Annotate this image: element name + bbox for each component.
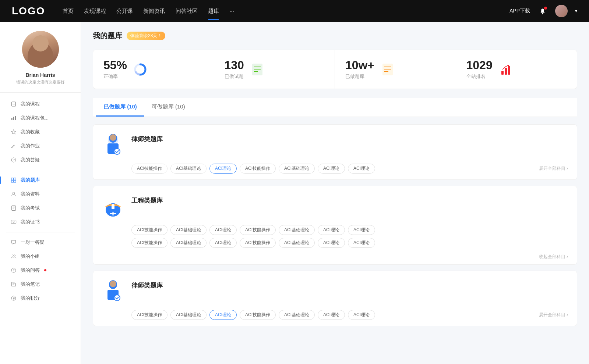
lawyer1-expand-btn[interactable]: 展开全部科目 › (539, 165, 568, 172)
sidebar-item-profile[interactable]: 我的资料 (0, 187, 81, 201)
lawyer-card-1-title: 律师类题库 (131, 132, 163, 143)
svg-rect-40 (501, 71, 504, 75)
user-avatar[interactable] (555, 5, 568, 17)
tag-eng-2-2[interactable]: ACI基础理论 (170, 238, 207, 248)
tag-lawyer1-3[interactable]: ACI理论 (209, 164, 237, 174)
svg-text:?: ? (13, 268, 15, 272)
tag-eng-1-5[interactable]: ACI基础理论 (279, 225, 315, 235)
tag-lawyer2-3[interactable]: ACI理论 (209, 310, 237, 320)
tag-lawyer2-1[interactable]: ACI技能操作 (131, 310, 167, 320)
tag-eng-1-6[interactable]: ACI理论 (318, 225, 345, 235)
tag-eng-2-1[interactable]: ACI技能操作 (131, 238, 167, 248)
sidebar-item-points[interactable]: 积 我的积分 (0, 291, 81, 305)
tag-lawyer1-4[interactable]: ACI技能操作 (240, 164, 276, 174)
done-banks-label: 已做题库 (345, 73, 374, 80)
tag-eng-2-6[interactable]: ACI理论 (318, 238, 345, 248)
nav-qa[interactable]: 问答社区 (176, 6, 198, 16)
sidebar-item-questionbank[interactable]: 我的题库 (0, 173, 81, 187)
lawyer-bank-card-2: 律师类题库 ACI技能操作 ACI基础理论 ACI理论 ACI技能操作 ACI基… (93, 271, 577, 326)
nav-questionbank[interactable]: 题库 (208, 6, 219, 16)
stat-done-questions: 130 已做试题 (214, 50, 335, 89)
engineer-icon (102, 193, 124, 219)
sidebar-item-tutoring[interactable]: 一对一答疑 (0, 235, 81, 249)
nav-more[interactable]: ··· (229, 6, 234, 16)
sidebar-menu: 我的课程 我的课程包... 我的收藏 我的作业 (0, 97, 81, 305)
tag-eng-2-3[interactable]: ACI理论 (209, 238, 237, 248)
svg-point-47 (110, 134, 116, 141)
lawyer-card-2-title: 律师类题库 (131, 278, 163, 290)
svg-point-57 (110, 281, 116, 287)
bar-icon (10, 115, 17, 121)
svg-rect-41 (505, 68, 507, 75)
exam-label: 我的考试 (21, 205, 40, 211)
group-icon (10, 253, 17, 260)
svg-rect-12 (11, 181, 13, 182)
tag-eng-2-5[interactable]: ACI基础理论 (279, 238, 315, 248)
done-banks-value: 10w+ (345, 59, 374, 72)
tag-lawyer1-2[interactable]: ACI基础理论 (170, 164, 207, 174)
tag-eng-1-7[interactable]: ACI理论 (348, 225, 375, 235)
profile-avatar (22, 31, 59, 68)
nav-right: APP下载 ▾ (509, 5, 577, 17)
tag-eng-2-4[interactable]: ACI技能操作 (240, 238, 276, 248)
tab-done-banks[interactable]: 已做题库 (10) (96, 98, 144, 117)
navbar: LOGO 首页 发现课程 公开课 新闻资讯 问答社区 题库 ··· APP下载 … (0, 0, 589, 22)
tag-lawyer1-1[interactable]: ACI技能操作 (131, 164, 167, 174)
engineer-card-title: 工程类题库 (131, 193, 163, 205)
lawyer2-expand-btn[interactable]: 展开全部科目 › (539, 312, 568, 318)
svg-point-58 (114, 295, 120, 301)
tag-eng-1-3[interactable]: ACI理论 (209, 225, 237, 235)
tag-eng-1-2[interactable]: ACI基础理论 (170, 225, 207, 235)
sidebar-item-course-package[interactable]: 我的课程包... (0, 111, 81, 125)
svg-marker-7 (11, 129, 16, 134)
stats-row: 55% 正确率 130 已做试题 (93, 50, 577, 89)
certificate-label: 我的证书 (21, 219, 40, 225)
notes-label: 我的笔记 (21, 281, 40, 288)
sidebar-item-my-qa[interactable]: ? 我的问答 (0, 263, 81, 277)
qa-label: 我的问答 (21, 267, 40, 274)
my-courses-label: 我的课程 (21, 101, 40, 107)
app-download-button[interactable]: APP下载 (509, 8, 530, 14)
favorites-label: 我的收藏 (21, 129, 40, 135)
nav-opencourse[interactable]: 公开课 (116, 6, 133, 16)
lawyer-bank-card-1: 律师类题库 ACI技能操作 ACI基础理论 ACI理论 ACI技能操作 ACI基… (93, 124, 577, 180)
svg-text:?: ? (13, 158, 15, 162)
svg-point-0 (542, 13, 543, 15)
tag-eng-1-1[interactable]: ACI技能操作 (131, 225, 167, 235)
sidebar-item-my-courses[interactable]: 我的课程 (0, 97, 81, 111)
tag-lawyer1-7[interactable]: ACI理论 (348, 164, 375, 174)
sidebar-item-certificate[interactable]: 我的证书 (0, 215, 81, 229)
qa-icon: ? (10, 267, 17, 274)
tag-lawyer2-6[interactable]: ACI理论 (318, 310, 345, 320)
tag-eng-1-4[interactable]: ACI技能操作 (240, 225, 276, 235)
nav-discover[interactable]: 发现课程 (84, 6, 106, 16)
tag-lawyer2-2[interactable]: ACI基础理论 (170, 310, 207, 320)
tag-lawyer1-6[interactable]: ACI理论 (318, 164, 345, 174)
nav-news[interactable]: 新闻资讯 (143, 6, 165, 16)
notification-bell[interactable] (537, 6, 548, 16)
sidebar-item-exam[interactable]: 我的考试 (0, 201, 81, 215)
sidebar-item-homework[interactable]: 我的作业 (0, 139, 81, 153)
engineer-collapse-btn[interactable]: 收起全部科目 › (93, 254, 577, 264)
tag-lawyer1-5[interactable]: ACI基础理论 (279, 164, 315, 174)
course-package-label: 我的课程包... (21, 115, 49, 121)
sidebar-item-notes[interactable]: 我的笔记 (0, 277, 81, 291)
questionbank-label: 我的题库 (21, 177, 40, 183)
tag-lawyer2-4[interactable]: ACI技能操作 (240, 310, 276, 320)
points-label: 我的积分 (21, 295, 40, 301)
svg-point-14 (13, 192, 14, 194)
tag-lawyer2-7[interactable]: ACI理论 (348, 310, 375, 320)
nav-home[interactable]: 首页 (63, 6, 74, 16)
lawyer-icon-2 (102, 278, 124, 304)
sidebar-item-questions[interactable]: ? 我的答疑 (0, 153, 81, 167)
tag-lawyer2-5[interactable]: ACI基础理论 (279, 310, 315, 320)
svg-point-48 (114, 149, 120, 154)
sidebar-item-group[interactable]: 我的小组 (0, 249, 81, 263)
chat-icon (10, 239, 17, 246)
group-label: 我的小组 (21, 253, 40, 260)
sidebar-item-favorites[interactable]: 我的收藏 (0, 125, 81, 139)
tab-available-banks[interactable]: 可做题库 (10) (144, 98, 193, 117)
tag-eng-2-7[interactable]: ACI理论 (348, 238, 375, 248)
avatar-chevron[interactable]: ▾ (575, 8, 577, 14)
engineer-bank-card: 工程类题库 ACI技能操作 ACI基础理论 ACI理论 ACI技能操作 ACI基… (93, 186, 577, 265)
